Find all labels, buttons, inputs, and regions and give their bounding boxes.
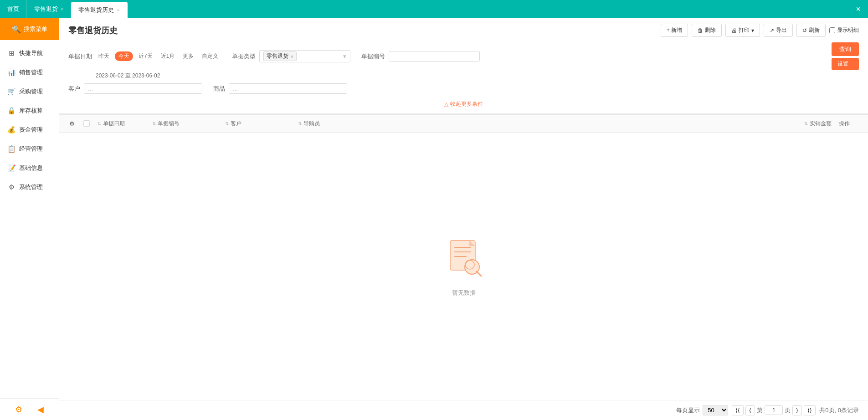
date-filter-label: 单据日期 xyxy=(68,52,92,61)
sidebar-item-inventory[interactable]: 🔒 库存核算 xyxy=(0,101,59,120)
sidebar-item-quick-nav[interactable]: ⊞ 快捷导航 xyxy=(0,44,59,63)
customer-filter-item: 客户 ... xyxy=(68,83,202,94)
tab-retail-return-close[interactable]: × xyxy=(61,6,63,12)
show-detail-text: 显示明细 xyxy=(837,26,859,34)
add-button-label: + 新增 xyxy=(667,26,682,34)
export-button[interactable]: ↗ 导出 xyxy=(764,24,793,37)
doc-no-label: 单据编号 xyxy=(361,52,385,61)
settings-button-label: 设置 xyxy=(837,60,848,68)
sidebar-item-base-info[interactable]: 📝 基础信息 xyxy=(0,159,59,178)
total-info: 共0页, 0条记录 xyxy=(819,406,859,415)
col-doc-date[interactable]: ⇅ 单据日期 xyxy=(94,120,149,128)
select-all-checkbox[interactable] xyxy=(83,120,90,127)
customer-placeholder: ... xyxy=(88,85,93,92)
doc-type-chevron: ▾ xyxy=(343,53,346,60)
col-doc-no[interactable]: ⇅ 单据编号 xyxy=(149,120,221,128)
refresh-button[interactable]: ↺ 刷新 xyxy=(796,24,826,37)
per-page-dropdown[interactable]: 50 10 20 100 xyxy=(703,405,728,415)
print-icon: 🖨 xyxy=(731,27,737,34)
operations-icon: 📋 xyxy=(7,145,15,153)
tab-retail-return-history-close[interactable]: × xyxy=(117,7,119,13)
query-button-label: 查询 xyxy=(839,45,851,53)
search-menu-label: 搜索菜单 xyxy=(24,25,47,33)
sidebar-item-operations[interactable]: 📋 经营管理 xyxy=(0,139,59,159)
date-btn-more[interactable]: 更多 xyxy=(180,51,196,61)
doc-type-label: 单据类型 xyxy=(232,52,256,61)
print-button[interactable]: 🖨 打印 ▾ xyxy=(725,24,760,37)
col-actual-amount[interactable]: ⇅ 实销金额 xyxy=(801,120,835,128)
add-button[interactable]: + 新增 xyxy=(661,24,688,37)
doc-type-tag-value: 零售退货 xyxy=(267,52,288,60)
show-detail-label[interactable]: 显示明细 xyxy=(829,26,859,34)
tab-retail-return-label: 零售退货 xyxy=(34,5,58,13)
table-content: ⚙ ⇅ 单据日期 ⇅ 单据编号 ⇅ 客户 ⇅ xyxy=(59,114,868,400)
search-icon: 🔍 xyxy=(12,25,21,34)
date-btn-custom[interactable]: 自定义 xyxy=(199,51,221,61)
collapse-button[interactable]: △ 收起更多条件 xyxy=(444,100,483,108)
table-settings-icon: ⚙ xyxy=(69,120,75,127)
sidebar-item-sales-mgmt[interactable]: 📊 销售管理 xyxy=(0,63,59,82)
next-page-button[interactable]: ⟩ xyxy=(792,405,802,415)
window-close-button[interactable]: × xyxy=(856,5,861,14)
collapse-icon: △ xyxy=(444,101,448,108)
customer-label: 客户 xyxy=(68,85,80,93)
date-filter-item: 单据日期 昨天 今天 近7天 近1月 更多 自定义 xyxy=(68,51,221,61)
sales-mgmt-icon: 📊 xyxy=(7,68,15,77)
page-header: 零售退货历史 + 新增 🗑 删除 🖨 打印 ▾ ↗ xyxy=(59,18,868,114)
doc-no-input[interactable] xyxy=(389,51,480,61)
doc-type-tag: 零售退货 × xyxy=(263,51,296,61)
content-area: 零售退货历史 + 新增 🗑 删除 🖨 打印 ▾ ↗ xyxy=(59,18,868,420)
sidebar-item-label: 快捷导航 xyxy=(19,49,43,57)
export-icon: ↗ xyxy=(770,27,774,34)
tab-retail-return[interactable]: 零售退货 × xyxy=(27,0,71,18)
show-detail-checkbox[interactable] xyxy=(829,27,835,33)
sidebar-item-label: 系统管理 xyxy=(19,183,43,191)
tab-retail-return-history[interactable]: 零售退货历史 × xyxy=(71,2,127,18)
sidebar-item-sys-mgmt[interactable]: ⚙ 系统管理 xyxy=(0,178,59,197)
col-doc-date-label: 单据日期 xyxy=(103,120,125,128)
last-page-button[interactable]: ⟩⟩ xyxy=(804,405,816,415)
delete-button[interactable]: 🗑 删除 xyxy=(692,24,722,37)
prev-page-button[interactable]: ⟨ xyxy=(745,405,755,415)
table-checkbox-col[interactable] xyxy=(79,120,94,127)
goods-input[interactable]: ... xyxy=(229,83,347,94)
top-bar: 首页 零售退货 × 零售退货历史 × × xyxy=(0,0,868,18)
settings-button[interactable]: 设置 xyxy=(832,58,859,70)
sort-icon-left: ⇅ xyxy=(225,121,229,126)
date-btn-yesterday[interactable]: 昨天 xyxy=(96,51,112,61)
customer-input[interactable]: ... xyxy=(84,83,202,94)
search-menu-button[interactable]: 🔍 搜索菜单 xyxy=(0,18,59,40)
col-guide-label: 导购员 xyxy=(303,120,320,128)
sidebar-item-purchase-mgmt[interactable]: 🛒 采购管理 xyxy=(0,82,59,101)
page-nav: ⟨⟨ ⟨ 第 页 ⟩ ⟩⟩ xyxy=(732,405,816,415)
empty-state: 暂无数据 xyxy=(59,133,868,400)
collapse-sidebar-icon[interactable]: ◀ xyxy=(37,405,44,415)
query-button[interactable]: 查询 xyxy=(832,42,859,56)
doc-type-input[interactable]: 零售退货 × ▾ xyxy=(259,50,350,62)
filter-row-2: 客户 ... 商品 ... xyxy=(68,83,859,94)
first-page-button[interactable]: ⟨⟨ xyxy=(732,405,744,415)
collapse-label: 收起更多条件 xyxy=(450,100,483,108)
page-number-input[interactable] xyxy=(765,405,783,415)
doc-type-tag-close[interactable]: × xyxy=(290,54,293,59)
date-btn-today[interactable]: 今天 xyxy=(115,51,133,61)
col-guide[interactable]: ⇅ 导购员 xyxy=(294,120,358,128)
date-range-text: 2023-06-02 至 2023-06-02 xyxy=(96,72,160,79)
col-actual-amount-label: 实销金额 xyxy=(810,120,832,128)
page-size-select: 每页显示 50 10 20 100 xyxy=(676,405,728,415)
sidebar-item-label: 库存核算 xyxy=(19,107,43,115)
settings-bottom-icon[interactable]: ⚙ xyxy=(15,405,22,415)
date-btn-1month[interactable]: 近1月 xyxy=(158,51,178,61)
main-layout: 🔍 搜索菜单 ⊞ 快捷导航 📊 销售管理 🛒 采购管理 🔒 库存核算 💰 xyxy=(0,18,868,420)
print-chevron-icon: ▾ xyxy=(751,27,754,34)
doc-no-filter-item: 单据编号 xyxy=(361,51,480,61)
tab-home-label: 首页 xyxy=(7,5,19,13)
svg-line-6 xyxy=(477,271,481,276)
col-customer-label: 客户 xyxy=(231,120,241,128)
col-customer[interactable]: ⇅ 客户 xyxy=(221,120,294,128)
sidebar-item-finance[interactable]: 💰 资金管理 xyxy=(0,120,59,139)
table-settings-col[interactable]: ⚙ xyxy=(65,120,79,127)
date-btn-7days[interactable]: 近7天 xyxy=(136,51,155,61)
top-bar-right: × xyxy=(856,5,868,14)
tab-home[interactable]: 首页 xyxy=(0,0,27,18)
